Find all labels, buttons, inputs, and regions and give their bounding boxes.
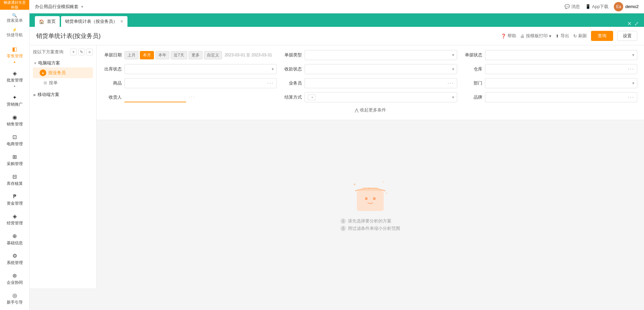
sidebar-item-newbie[interactable]: ◎ 新手引导 <box>0 289 29 309</box>
staff-dots-icon: ··· <box>447 80 454 86</box>
filter-area: 单据日期 上月 本月 本年 近7天 更多 自定义 2023-03-01 至 20… <box>97 45 644 120</box>
maximize-window-btn[interactable]: ⤢ <box>634 20 639 27</box>
payment-status-label: 收款状态 <box>283 66 302 72</box>
scheme-group-mobile-header[interactable]: ▶ 移动端方案 <box>33 90 93 99</box>
tab-bar: 🏠 首页 销货单统计表（按业务员） ✕ ✕ ⤢ <box>30 13 644 27</box>
operation-icon: ◈ <box>13 213 17 219</box>
basic-icon: ⊕ <box>12 233 17 239</box>
sidebar-search[interactable]: 🔍 搜索菜单 <box>0 10 29 25</box>
sidebar-quick-nav[interactable]: ⚡ 快捷导航 <box>0 25 29 40</box>
sidebar-item-apps[interactable]: ⊞ 应用中心 <box>0 309 29 310</box>
refresh-btn[interactable]: ↻ 刷新 <box>573 33 587 39</box>
goods-select[interactable]: ··· <box>124 78 277 88</box>
department-label: 部门 <box>464 80 482 86</box>
brand-filter-cell: 品牌 ··· <box>464 92 637 102</box>
sidebar-item-finance[interactable]: ₱ 资金管理 <box>0 190 29 210</box>
tab-close-btn[interactable]: ✕ <box>120 19 123 24</box>
mobile-arrow-icon: ▶ <box>34 93 36 97</box>
filter-row-1: 单据日期 上月 本月 本年 近7天 更多 自定义 2023-03-01 至 20… <box>103 50 637 60</box>
close-window-btn[interactable]: ✕ <box>627 20 632 27</box>
date-filter-cell: 单据日期 上月 本月 本年 近7天 更多 自定义 2023-03-01 至 20… <box>103 51 277 59</box>
ecommerce-icon: ⊡ <box>12 134 17 140</box>
empty-hint-text: 1 请先选择要分析的方案 2 用过滤条件来缩小分析范围 <box>340 218 400 233</box>
content-area: 按以下方案查询 + ✎ « ▼ 电脑端方案 <box>30 45 644 288</box>
date-btn-more[interactable]: 更多 <box>189 51 203 59</box>
hint-num-1: 1 <box>340 218 346 224</box>
scheme-collapse-btn[interactable]: « <box>86 49 93 55</box>
sidebar-item-basic[interactable]: ⊕ 基础信息 <box>0 229 29 249</box>
date-btn-7days[interactable]: 近7天 <box>171 51 187 59</box>
payment-status-select[interactable]: ▾ <box>305 64 457 74</box>
scheme-group-desktop-header[interactable]: ▼ 电脑端方案 <box>33 59 93 67</box>
tab-sales-stat[interactable]: 销货单统计表（按业务员） ✕ <box>61 16 127 27</box>
suite-dropdown[interactable]: ▾ <box>81 4 83 9</box>
svg-text:✦: ✦ <box>382 180 385 184</box>
filter-row-4: 收货人 ··· 结算方式 × <box>103 92 637 102</box>
goods-filter-cell: 商品 ··· <box>103 78 277 88</box>
collapse-conditions-btn[interactable]: ⋀ 收起更多条件 <box>350 105 391 115</box>
settle-method-select[interactable]: × ▾ <box>305 92 457 102</box>
settle-method-tag-close[interactable]: × <box>311 96 313 99</box>
sidebar-item-wholesale[interactable]: ◈ 批发管理 ▲ <box>0 67 29 91</box>
page-content: 销货单统计表(按业务员) ❓ 帮助 🖨 按模板打印 ▾ ⬆ 导出 ↻ 刷新 <box>30 27 644 310</box>
date-btn-this-month[interactable]: 本月 <box>140 51 154 59</box>
brand-select[interactable]: ··· <box>485 92 637 102</box>
sidebar-item-retail[interactable]: ◧ 零售管理 ▲ <box>0 43 29 67</box>
help-btn[interactable]: ❓ 帮助 <box>501 33 516 39</box>
nav-icon: ⚡ <box>12 28 17 32</box>
doc-type-select[interactable]: ▾ <box>305 50 457 60</box>
sidebar-item-sales[interactable]: ◉ 销售管理 <box>0 111 29 131</box>
setting-button[interactable]: 设置 <box>617 31 637 41</box>
department-select[interactable]: ▾ <box>485 78 637 88</box>
sidebar-item-purchase[interactable]: ⊞ 采购管理 <box>0 150 29 170</box>
scheme-add-btn[interactable]: + <box>70 49 77 55</box>
newbie-icon: ◎ <box>12 292 17 299</box>
home-icon: 🏠 <box>39 19 44 24</box>
settle-method-filter-cell: 结算方式 × ▾ <box>283 92 457 102</box>
scheme-item-by-order[interactable]: ⊞ 按单 <box>33 78 93 88</box>
template-print-btn[interactable]: 🖨 按模板打印 ▾ <box>520 33 551 39</box>
doc-status-select[interactable]: ▾ <box>485 50 637 60</box>
doc-type-arrow-icon: ▾ <box>452 53 454 57</box>
scheme-group-mobile: ▶ 移动端方案 <box>33 90 93 99</box>
app-download-btn[interactable]: 📱 App下载 <box>585 4 608 10</box>
marketing-icon: ✦ <box>12 94 17 101</box>
avatar: Ea <box>614 2 623 11</box>
doc-type-filter-cell: 单据类型 ▾ <box>283 50 457 60</box>
sidebar-item-inventory[interactable]: ⊟ 库存核算 <box>0 170 29 190</box>
sidebar-item-operation[interactable]: ◈ 经营管理 <box>0 210 29 229</box>
svg-rect-0 <box>357 191 384 211</box>
warehouse-select[interactable]: ··· <box>485 64 637 74</box>
enterprise-icon: ⊛ <box>12 272 17 279</box>
date-btn-this-year[interactable]: 本年 <box>155 51 169 59</box>
export-btn[interactable]: ⬆ 导出 <box>555 33 569 39</box>
collapse-up-icon: ⋀ <box>355 108 359 113</box>
wholesale-icon: ◈ <box>13 70 17 76</box>
group-arrow-icon: ▼ <box>34 61 37 65</box>
scheme-edit-btn[interactable]: ✎ <box>78 49 85 55</box>
svg-text:✦: ✦ <box>353 182 356 187</box>
sidebar-item-marketing[interactable]: ✦ 营销推广 <box>0 91 29 111</box>
message-btn[interactable]: 💬 消息 <box>565 4 580 10</box>
settle-method-tag: × <box>308 95 316 100</box>
receiver-label: 收货人 <box>103 94 122 100</box>
page-header: 销货单统计表(按业务员) ❓ 帮助 🖨 按模板打印 ▾ ⬆ 导出 ↻ 刷新 <box>30 27 644 45</box>
main-area: 办公用品行业模拟账套 ▾ 💬 消息 📱 App下载 Ea demo2 🏠 首页 <box>30 0 644 310</box>
goods-label: 商品 <box>103 80 122 86</box>
receiver-filter-cell: 收货人 ··· <box>103 92 277 102</box>
user-menu[interactable]: Ea demo2 <box>614 2 639 11</box>
out-status-select[interactable]: ▾ <box>124 64 277 74</box>
date-range-display: 2023-03-01 至 2023-03-31 <box>225 52 272 58</box>
query-button[interactable]: 查询 <box>591 31 613 41</box>
warehouse-label: 仓库 <box>464 66 482 72</box>
sidebar-item-ecommerce[interactable]: ⊡ 电商管理 <box>0 131 29 150</box>
scheme-item-by-staff[interactable]: ● 按业务员 <box>33 67 93 78</box>
receiver-input[interactable] <box>124 92 186 102</box>
date-btn-last-month[interactable]: 上月 <box>124 51 139 59</box>
sidebar-item-system[interactable]: ⚙ 系统管理 <box>0 249 29 269</box>
sidebar-item-enterprise[interactable]: ⊛ 企业协同 <box>0 269 29 289</box>
tab-home[interactable]: 🏠 首页 <box>35 16 60 27</box>
staff-select[interactable]: ··· <box>305 78 457 88</box>
top-header: 办公用品行业模拟账套 ▾ 💬 消息 📱 App下载 Ea demo2 <box>30 0 644 13</box>
date-btn-custom[interactable]: 自定义 <box>204 51 222 59</box>
